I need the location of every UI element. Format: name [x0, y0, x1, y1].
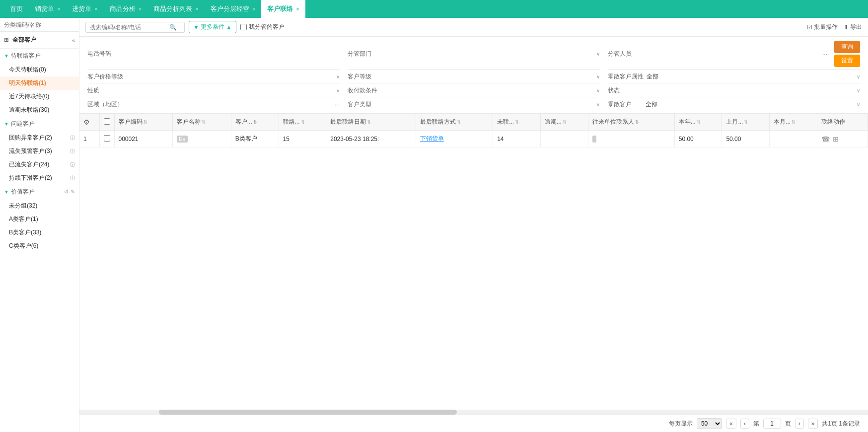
reset-button[interactable]: 设置: [834, 55, 860, 67]
nav-purchase[interactable]: 进货单 ×: [66, 0, 103, 18]
sidebar-item-today[interactable]: 今天待联络(0): [0, 63, 79, 76]
nature-select[interactable]: ∨: [125, 88, 340, 93]
sidebar-item-overdue[interactable]: 逾期未联络(30): [0, 103, 79, 117]
scrollbar-thumb[interactable]: [159, 410, 457, 415]
nav-analysis[interactable]: 商品分析 ×: [104, 0, 147, 18]
sort-last-date-icon[interactable]: ⇅: [367, 120, 371, 125]
col-type[interactable]: 客户... ⇅: [231, 114, 279, 131]
close-sales-icon[interactable]: ×: [57, 6, 60, 12]
sort-overdue-icon[interactable]: ⇅: [563, 120, 567, 125]
col-last-method[interactable]: 最后联络方式 ⇅: [416, 114, 493, 131]
column-settings-icon[interactable]: ⚙: [83, 118, 90, 126]
sidebar-item-lost[interactable]: 流失预警客户(3) ⓘ: [0, 144, 79, 158]
status-select[interactable]: ∨: [646, 88, 860, 93]
prev-page-button[interactable]: ‹: [740, 419, 749, 429]
close-segment-icon[interactable]: ×: [252, 6, 255, 12]
col-last-date[interactable]: 最后联络日期 ⇅: [326, 114, 416, 131]
close-contact-icon[interactable]: ×: [296, 6, 299, 12]
sidebar-item-week7[interactable]: 近7天待联络(0): [0, 90, 79, 103]
sort-last-month-icon[interactable]: ⇅: [744, 120, 748, 125]
more-filter-button[interactable]: ▼ 更多条件 ▲: [189, 21, 236, 33]
sort-this-month-icon[interactable]: ⇅: [792, 120, 796, 125]
nav-sales[interactable]: 销货单 ×: [29, 0, 66, 18]
nav-home[interactable]: 首页: [4, 0, 29, 18]
export-button[interactable]: ⬆ 导出: [844, 23, 862, 31]
footer: 每页显示 50 100 200 « ‹ 第 页 › » 共1页 1条记录: [79, 415, 868, 432]
payment-select[interactable]: ∨: [385, 88, 600, 93]
info-icon3: ⓘ: [70, 161, 75, 168]
sidebar-item-a-class[interactable]: A类客户(1): [0, 213, 79, 226]
sort-method-icon[interactable]: ⇅: [457, 120, 461, 125]
col-code[interactable]: 客户编码 ⇅: [114, 114, 173, 131]
sort-contact-icon[interactable]: ⇅: [301, 120, 305, 125]
next-page-button[interactable]: ›: [795, 419, 804, 429]
sidebar-group-problem[interactable]: ▼ 问题客户: [0, 117, 79, 131]
sidebar-search-input[interactable]: [4, 21, 78, 28]
col-overdue[interactable]: 逾期... ⇅: [540, 114, 588, 131]
per-page-select[interactable]: 50 100 200: [697, 418, 722, 429]
nav-customer-segment[interactable]: 客户分层经营 ×: [205, 0, 261, 18]
sidebar-item-declining[interactable]: 持续下滑客户(2) ⓘ: [0, 171, 79, 185]
col-last-month[interactable]: 上月... ⇅: [722, 114, 770, 131]
customer-level-select[interactable]: ∨: [385, 74, 600, 79]
sidebar-item-tomorrow[interactable]: 明天待联络(1): [0, 76, 79, 90]
dept-select[interactable]: ∨: [385, 51, 600, 57]
col-not-contacted[interactable]: 未联... ⇅: [493, 114, 541, 131]
sort-unit-contact-icon[interactable]: ⇅: [635, 120, 639, 125]
col-name[interactable]: 客户名称 ⇅: [173, 114, 231, 131]
col-this-month[interactable]: 本月... ⇅: [770, 114, 817, 131]
status-caret-icon: ∨: [857, 88, 860, 93]
select-all-checkbox[interactable]: [104, 118, 110, 125]
sidebar-group-pending[interactable]: ▼ 待联络客户: [0, 49, 79, 63]
sidebar-all-customers[interactable]: ⊞ 全部客户 «: [0, 32, 79, 49]
search-input[interactable]: [90, 24, 169, 31]
last-page-button[interactable]: »: [808, 419, 818, 429]
col-this-year[interactable]: 本年... ⇅: [674, 114, 722, 131]
sidebar-item-c-class[interactable]: C类客户(6): [0, 239, 79, 253]
refresh-icon[interactable]: ↺: [64, 189, 69, 195]
close-purchase-icon[interactable]: ×: [94, 6, 97, 12]
action-phone-icon[interactable]: ☎: [821, 135, 830, 143]
last-method-link[interactable]: 下销货单: [420, 135, 444, 142]
cell-action: ☎ ⊞: [817, 131, 868, 147]
first-page-button[interactable]: «: [726, 419, 736, 429]
filter-payment: 收付款条件 ∨: [348, 86, 600, 97]
sort-name-icon[interactable]: ⇅: [202, 120, 206, 125]
cell-this-month: [770, 131, 817, 147]
sort-code-icon[interactable]: ⇅: [144, 120, 147, 125]
edit-icon[interactable]: ✎: [71, 189, 75, 195]
sidebar-item-churned[interactable]: 已流失客户(24) ⓘ: [0, 158, 79, 171]
horizontal-scrollbar[interactable]: [79, 410, 868, 415]
row-checkbox[interactable]: [104, 135, 110, 142]
sidebar-item-ungrouped[interactable]: 未分组(32): [0, 199, 79, 213]
phone-input[interactable]: [125, 51, 340, 58]
search-icon[interactable]: 🔍: [169, 24, 177, 31]
grid-icon: ⊞: [4, 37, 8, 43]
col-contact[interactable]: 联络... ⇅: [279, 114, 326, 131]
my-customers-checkbox[interactable]: 我分管的客户: [240, 23, 285, 31]
sort-not-contacted-icon[interactable]: ⇅: [515, 120, 519, 125]
sidebar-item-repurchase[interactable]: 回购异常客户(2) ⓘ: [0, 131, 79, 144]
action-grid-icon[interactable]: ⊞: [833, 135, 839, 143]
query-button[interactable]: 查询: [834, 41, 860, 53]
nav-customer-contact[interactable]: 客户联络 ×: [261, 0, 305, 18]
sidebar-collapse-icon[interactable]: «: [72, 37, 75, 43]
batch-op-button[interactable]: ☑ 批量操作: [807, 23, 838, 31]
sort-type-icon[interactable]: ⇅: [253, 120, 257, 125]
close-analysis-list-icon[interactable]: ×: [195, 6, 198, 12]
retail-customer-select[interactable]: 全部 ∨: [646, 100, 860, 109]
close-analysis-icon[interactable]: ×: [139, 6, 142, 12]
retail-attr-select[interactable]: 全部 ∨: [647, 72, 860, 81]
sort-this-year-icon[interactable]: ⇅: [697, 120, 701, 125]
page-input[interactable]: [763, 419, 781, 429]
sidebar-group-value[interactable]: ▼ 价值客户 ↺ ✎: [0, 185, 79, 199]
customer-type-select[interactable]: ∨: [385, 102, 600, 107]
sidebar-item-b-class[interactable]: B类客户(33): [0, 226, 79, 239]
area-dots-icon[interactable]: ···: [335, 101, 340, 108]
person-dots-icon[interactable]: ···: [822, 51, 827, 58]
my-customers-check[interactable]: [240, 24, 247, 30]
nav-analysis-list[interactable]: 商品分析列表 ×: [147, 0, 204, 18]
price-level-select[interactable]: ∨: [126, 74, 340, 79]
col-unit-contact[interactable]: 往来单位联系人 ⇅: [588, 114, 674, 131]
table-row: 1 000021 Ea B类客户 15 2023-05-23 18:25: 下销…: [79, 131, 868, 147]
